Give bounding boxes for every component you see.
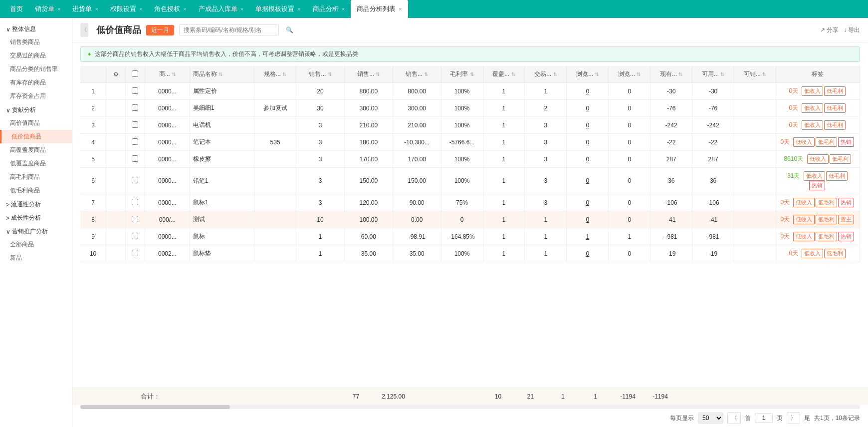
sidebar-group-contribution[interactable]: ∨ 贡献分析 bbox=[0, 103, 72, 116]
row-checkbox-input[interactable] bbox=[132, 138, 138, 145]
row-sellable bbox=[734, 228, 776, 245]
close-icon[interactable]: × bbox=[139, 6, 142, 12]
sidebar-item-sales-products[interactable]: 销售类商品 bbox=[0, 35, 72, 49]
nav-sales[interactable]: 销货单 × bbox=[29, 0, 66, 18]
th-trade[interactable]: 交易... ⇅ bbox=[525, 66, 567, 83]
page-input[interactable] bbox=[755, 413, 773, 423]
nav-product-entry[interactable]: 产成品入库单 × bbox=[193, 0, 249, 18]
nav-purchase[interactable]: 进货单 × bbox=[66, 0, 104, 18]
th-browse2[interactable]: 浏览... ⇅ bbox=[609, 66, 651, 83]
sidebar-group-marketing[interactable]: ∨ 营销推广分析 bbox=[0, 224, 72, 238]
close-icon[interactable]: × bbox=[183, 6, 186, 12]
row-checkbox-input[interactable] bbox=[132, 87, 138, 94]
row-checkbox-input[interactable] bbox=[132, 250, 138, 256]
sidebar-item-stock-capital[interactable]: 库存资金占用 bbox=[0, 89, 72, 103]
sidebar-item-high-margin[interactable]: 高毛利商品 bbox=[0, 170, 72, 184]
row-browse1[interactable]: 0 bbox=[567, 245, 609, 262]
th-code[interactable]: 商... ⇅ bbox=[145, 66, 190, 83]
close-icon[interactable]: × bbox=[342, 6, 345, 12]
sidebar-item-high-value[interactable]: 高价值商品 bbox=[0, 116, 72, 130]
th-sale-total[interactable]: 销售... ⇅ bbox=[393, 66, 441, 83]
th-gear[interactable]: ⚙ bbox=[106, 66, 126, 83]
nav-product-analysis-list[interactable]: 商品分析列表 × bbox=[351, 0, 408, 18]
row-checkbox-input[interactable] bbox=[132, 155, 138, 162]
row-browse1[interactable]: 0 bbox=[567, 194, 609, 211]
row-checkbox[interactable] bbox=[125, 151, 145, 168]
sidebar-group-growth[interactable]: > 成长性分析 bbox=[0, 211, 72, 224]
row-browse1[interactable]: 1 bbox=[567, 228, 609, 245]
nav-permissions[interactable]: 权限设置 × bbox=[104, 0, 148, 18]
th-sale-qty[interactable]: 销售... ⇅ bbox=[296, 66, 345, 83]
row-sale-total: -98.91 bbox=[393, 228, 441, 245]
share-btn[interactable]: ↗ 分享 bbox=[820, 26, 839, 34]
close-icon[interactable]: × bbox=[95, 6, 98, 12]
sidebar-group-overall[interactable]: ∨ 整体信息 bbox=[0, 22, 72, 35]
nav-product-analysis[interactable]: 商品分析 × bbox=[307, 0, 351, 18]
row-stock: -106 bbox=[651, 194, 692, 211]
row-checkbox-input[interactable] bbox=[132, 121, 138, 128]
close-icon[interactable]: × bbox=[57, 6, 60, 12]
th-sellable[interactable]: 可销... ⇅ bbox=[734, 66, 776, 83]
row-browse1[interactable]: 0 bbox=[567, 83, 609, 100]
row-checkbox-input[interactable] bbox=[132, 233, 138, 239]
row-coverage: 1 bbox=[483, 194, 525, 211]
sidebar-item-new-products[interactable]: 新品 bbox=[0, 251, 72, 265]
sidebar-group-circulation[interactable]: > 流通性分析 bbox=[0, 197, 72, 211]
sidebar-item-category-sales-rate[interactable]: 商品分类的销售率 bbox=[0, 62, 72, 76]
close-icon[interactable]: × bbox=[240, 6, 243, 12]
next-page-btn[interactable]: 〉 bbox=[787, 412, 800, 424]
row-checkbox[interactable] bbox=[125, 83, 145, 100]
sidebar-item-low-margin[interactable]: 低毛利商品 bbox=[0, 184, 72, 197]
filter-recent-month-btn[interactable]: 近一月 bbox=[146, 25, 174, 35]
row-checkbox-input[interactable] bbox=[132, 199, 138, 205]
th-browse1[interactable]: 浏览... ⇅ bbox=[567, 66, 609, 83]
row-checkbox[interactable] bbox=[125, 194, 145, 211]
row-browse1[interactable]: 0 bbox=[567, 100, 609, 117]
th-avail[interactable]: 可用... ⇅ bbox=[692, 66, 734, 83]
row-stock: -76 bbox=[651, 100, 692, 117]
row-browse1[interactable]: 0 bbox=[567, 211, 609, 228]
row-browse1[interactable]: 0 bbox=[567, 151, 609, 168]
row-browse1[interactable]: 0 bbox=[567, 134, 609, 151]
th-gross-rate[interactable]: 毛利率 ⇅ bbox=[441, 66, 483, 83]
row-checkbox[interactable] bbox=[125, 168, 145, 194]
row-checkbox[interactable] bbox=[125, 245, 145, 262]
nav-roles[interactable]: 角色授权 × bbox=[148, 0, 192, 18]
th-name[interactable]: 商品名称 ⇅ bbox=[190, 66, 254, 83]
nav-home[interactable]: 首页 bbox=[4, 0, 29, 18]
row-days: 0天 bbox=[789, 104, 798, 111]
sidebar-item-high-coverage[interactable]: 高覆盖度商品 bbox=[0, 143, 72, 157]
row-checkbox[interactable] bbox=[125, 211, 145, 228]
nav-template-settings[interactable]: 单据模板设置 × bbox=[249, 0, 306, 18]
search-input[interactable] bbox=[179, 24, 279, 35]
close-icon[interactable]: × bbox=[297, 6, 300, 12]
row-checkbox-input[interactable] bbox=[132, 177, 138, 183]
horizontal-scrollbar[interactable] bbox=[80, 405, 860, 409]
row-sale-price: 120.00 bbox=[344, 194, 393, 211]
th-stock[interactable]: 现有... ⇅ bbox=[651, 66, 692, 83]
sidebar-item-low-value[interactable]: 低价值商品 bbox=[0, 130, 72, 143]
row-browse1[interactable]: 0 bbox=[567, 168, 609, 194]
sidebar-item-all-products[interactable]: 全部商品 bbox=[0, 238, 72, 251]
th-coverage[interactable]: 覆盖... ⇅ bbox=[483, 66, 525, 83]
sidebar-item-traded-products[interactable]: 交易过的商品 bbox=[0, 49, 72, 62]
sidebar-item-low-coverage[interactable]: 低覆盖度商品 bbox=[0, 157, 72, 170]
th-checkbox[interactable] bbox=[125, 66, 145, 83]
row-checkbox[interactable] bbox=[125, 134, 145, 151]
prev-page-btn[interactable]: 〈 bbox=[727, 412, 741, 424]
row-checkbox-input[interactable] bbox=[132, 216, 138, 222]
sidebar-item-stocked-products[interactable]: 有库存的商品 bbox=[0, 76, 72, 89]
close-icon[interactable]: × bbox=[399, 6, 402, 12]
select-all-checkbox[interactable] bbox=[132, 70, 138, 77]
row-checkbox-input[interactable] bbox=[132, 104, 138, 111]
row-checkbox[interactable] bbox=[125, 117, 145, 134]
th-sale-price[interactable]: 销售... ⇅ bbox=[344, 66, 393, 83]
page-size-select[interactable]: 50 100 bbox=[698, 413, 723, 424]
sidebar-collapse-btn[interactable]: 《 bbox=[80, 23, 88, 37]
th-spec[interactable]: 规格... ⇅ bbox=[254, 66, 296, 83]
scrollbar-thumb[interactable] bbox=[80, 405, 230, 409]
row-checkbox[interactable] bbox=[125, 100, 145, 117]
row-checkbox[interactable] bbox=[125, 228, 145, 245]
export-btn[interactable]: ↓ 导出 bbox=[844, 26, 860, 34]
row-browse1[interactable]: 0 bbox=[567, 117, 609, 134]
